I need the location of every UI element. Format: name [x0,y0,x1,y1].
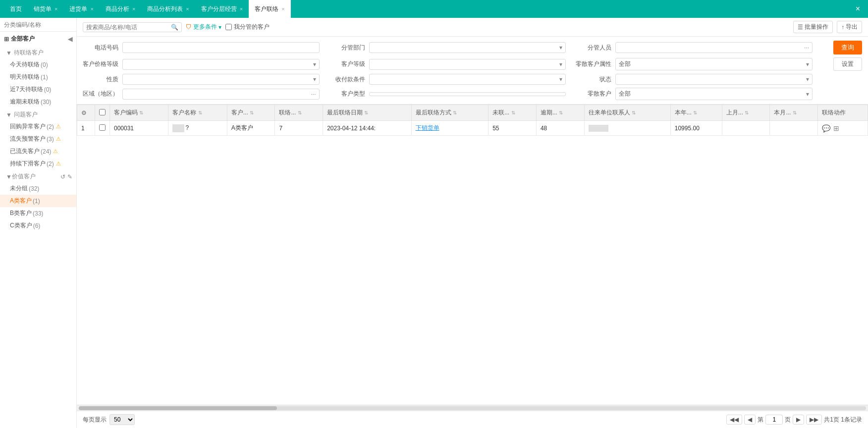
nav-tab-customer-tier[interactable]: 客户分层经营 × [195,0,249,18]
price-level-select[interactable]: ▾ [122,59,320,70]
my-customers-checkbox[interactable]: 我分管的客户 [225,23,270,31]
chevron-down-icon: ▾ [806,91,809,98]
th-name[interactable]: 客户名称 ⇅ [168,105,227,121]
pending-group-label[interactable]: ▼ 待联络客户 [0,46,76,58]
sidebar-item-churned[interactable]: 已流失客户(24) ⚠ [0,145,76,158]
sidebar-item-today-pending[interactable]: 今天待联络(0) [0,58,76,71]
phone-input[interactable] [122,42,320,53]
th-last-month[interactable]: 上月... ⇅ [722,105,770,121]
next-page-button[interactable]: ▶ [793,415,804,425]
th-this-year[interactable]: 本年... ⇅ [670,105,722,121]
select-all-checkbox[interactable] [99,109,106,115]
my-customers-check[interactable] [225,24,232,30]
gear-icon[interactable]: ⚙ [81,109,87,116]
close-icon[interactable]: × [186,6,189,12]
horizontal-scrollbar[interactable] [77,405,868,411]
search-icon[interactable]: 🔍 [171,24,178,31]
close-icon[interactable]: × [132,6,135,12]
th-type[interactable]: 客户... ⇅ [227,105,275,121]
row-select-checkbox[interactable] [99,124,106,131]
more-icon[interactable]: ··· [311,91,316,98]
chat-icon[interactable]: 💬 [822,124,830,132]
th-this-month[interactable]: 本月... ⇅ [770,105,818,121]
pagination: ◀◀ ◀ 第 页 ▶ ▶▶ 共1页 1条记录 [726,415,862,425]
value-group-label[interactable]: ▼ 价值客户 ↺ ✎ [0,170,76,182]
sidebar: 🔍 ⊞ 全部客户 ◀ ▼ 待联络客户 今天待联络(0) 明天待联络(1) 近7天… [0,18,77,428]
sort-icon: ⇅ [693,110,697,115]
close-icon[interactable]: × [54,6,57,12]
nature-select[interactable]: ▾ [122,74,320,85]
th-unit-contact[interactable]: 往来单位联系人 ⇅ [584,105,670,121]
row-this-month [770,121,818,136]
th-code[interactable]: 客户编码 ⇅ [110,105,168,121]
prev-page-button[interactable]: ◀ [744,415,756,425]
sidebar-item-b-class[interactable]: B类客户(33) [0,207,76,219]
nav-tab-customer-contact[interactable]: 客户联络 × [249,0,290,18]
manager-select[interactable]: ··· [615,42,813,53]
sidebar-collapse-icon[interactable]: ◀ [68,36,72,43]
dept-select[interactable]: ▾ [369,42,566,53]
last-method-link[interactable]: 下销货单 [416,124,439,131]
chevron-down-icon: ▾ [313,61,316,68]
sidebar-item-overdue-contact[interactable]: 逾期未联络(30) [0,96,76,108]
payment-select[interactable]: ▾ [369,74,566,85]
problem-group-label[interactable]: ▼ 问题客户 [0,108,76,120]
last-page-button[interactable]: ▶▶ [806,415,822,425]
export-button[interactable]: ↑ 导出 [837,21,862,33]
page-number-input[interactable] [765,415,783,425]
row-type: A类客户 [227,121,275,136]
nature-field: 性质 ▾ [83,74,320,85]
customer-level-select[interactable]: ▾ [369,59,566,70]
sidebar-item-tomorrow-pending[interactable]: 明天待联络(1) [0,71,76,83]
row-last-date: 2023-04-12 14:44: [323,121,411,136]
window-close-button[interactable]: × [852,2,864,15]
sidebar-item-c-class[interactable]: C类客户(6) [0,219,76,232]
nav-tab-purchase[interactable]: 进货单 × [63,0,99,18]
sidebar-item-repurchase-abnormal[interactable]: 回购异常客户(2) ⚠ [0,120,76,133]
more-icon[interactable]: ··· [804,44,809,51]
refresh-icon[interactable]: ↺ [60,173,65,180]
price-level-field: 客户价格等级 ▾ [83,59,320,70]
setting-button[interactable]: 设置 [833,57,862,71]
sidebar-item-a-class[interactable]: A类客户(1) [0,195,76,207]
sidebar-item-declining[interactable]: 持续下滑客户(2) ⚠ [0,158,76,170]
close-icon[interactable]: × [90,6,93,12]
nav-tab-product-list[interactable]: 商品分析列表 × [141,0,195,18]
all-customers-header[interactable]: ⊞ 全部客户 ◀ [0,32,76,46]
first-page-button[interactable]: ◀◀ [726,415,742,425]
main-layout: 🔍 ⊞ 全部客户 ◀ ▼ 待联络客户 今天待联络(0) 明天待联络(1) 近7天… [0,18,868,428]
th-contact[interactable]: 联络... ⇅ [275,105,323,121]
nav-tab-product-analysis[interactable]: 商品分析 × [100,0,141,18]
status-select[interactable]: ▾ [615,74,813,85]
region-field: 区域（地区） ··· [83,89,320,100]
query-button[interactable]: 查询 [833,41,862,54]
filter-search-input[interactable] [86,24,171,31]
close-icon[interactable]: × [281,6,284,12]
region-select[interactable]: ··· [122,89,320,100]
filter-row-4: 区域（地区） ··· 客户类型 零散客户 [83,88,862,100]
customer-type-select[interactable] [369,92,566,96]
sidebar-item-7days-pending[interactable]: 近7天待联络(0) [0,83,76,96]
close-icon[interactable]: × [240,6,243,12]
th-last-method[interactable]: 最后联络方式 ⇅ [411,105,488,121]
retail-attr-select[interactable]: 全部 ▾ [615,58,813,70]
nav-tab-sales[interactable]: 销货单 × [28,0,63,18]
sidebar-item-churn-warning[interactable]: 流失预警客户(3) ⚠ [0,133,76,145]
chevron-down-icon: ▾ [559,76,562,83]
sort-icon: ⇅ [632,110,636,115]
more-conditions-button[interactable]: ⛉ 更多条件 ▾ [186,23,221,31]
retail-customer-select[interactable]: 全部 ▾ [615,88,813,100]
qr-icon[interactable]: ⊞ [833,124,839,132]
th-last-date[interactable]: 最后联络日期 ⇅ [323,105,411,121]
nav-tab-home[interactable]: 首页 [4,0,28,18]
sidebar-search-container: 🔍 [0,18,76,32]
th-not-contacted[interactable]: 未联... ⇅ [488,105,537,121]
sidebar-search-input[interactable] [4,21,77,28]
chevron-down-icon: ▾ [313,76,316,83]
scroll-thumb[interactable] [79,406,277,410]
th-overdue[interactable]: 逾期... ⇅ [536,105,584,121]
sidebar-item-unclassified[interactable]: 未分组(32) [0,182,76,195]
edit-icon[interactable]: ✎ [67,173,72,180]
page-size-select[interactable]: 50 100 200 [109,414,135,425]
batch-operation-button[interactable]: ☰ 批量操作 [793,21,833,33]
